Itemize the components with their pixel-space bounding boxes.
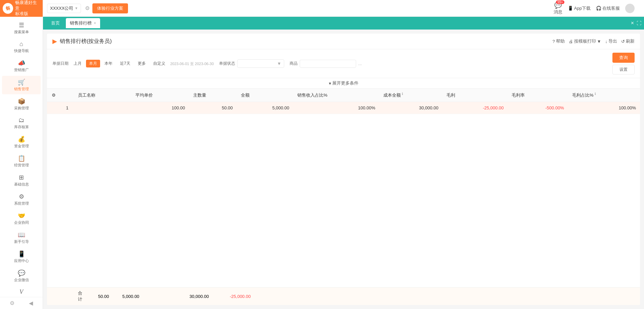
col-qty: 主数量: [189, 89, 237, 102]
table-header-row: ⚙ 员工名称 平均单价 主数量: [47, 89, 640, 102]
footer-qty: 50.00: [78, 294, 118, 299]
period-current-month-btn[interactable]: 本月: [86, 60, 100, 67]
tab-sales-ranking[interactable]: 销售排行榜 ×: [66, 18, 100, 28]
content-card: ▶ 销售排行榜(按业务员) ? 帮助 🖨 按模板打印 ▼ ↓ 导: [47, 34, 640, 305]
member-icon: V: [19, 289, 23, 296]
sidebar-item-member[interactable]: V 畅会员: [2, 286, 41, 297]
sidebar-item-inventory[interactable]: 🗂 库存核算: [2, 114, 41, 132]
refresh-btn[interactable]: ↺ 刷新: [621, 38, 635, 44]
row-settings-cell: [47, 102, 60, 114]
page-header: ▶ 销售排行榜(按业务员) ? 帮助 🖨 按模板打印 ▼ ↓ 导: [47, 34, 640, 49]
row-name-cell: [74, 102, 131, 114]
date-filter-group: 单据日期 上月 本月 本年 近7天 更多 自定义 2023-06-01 至 20…: [52, 60, 214, 67]
user-avatar[interactable]: [625, 4, 635, 13]
expand-more-btn[interactable]: ▾ 展开更多条件: [329, 80, 358, 86]
system-icon: ⚙: [19, 193, 24, 200]
row-rank-cell: 1: [60, 102, 74, 114]
col-avg-price: 平均单价: [131, 89, 189, 102]
table-row: 1 100.00 50.00: [47, 102, 640, 114]
column-settings-icon[interactable]: ⚙: [52, 93, 56, 98]
topbar-right: 💬 99+ 消息 📱 App下载 🎧 在线客服: [554, 2, 640, 15]
period-buttons: 上月 本月 本年 近7天 更多 自定义: [71, 60, 168, 67]
page-title: 销售排行榜(按业务员): [60, 38, 112, 45]
page-actions: ? 帮助 🖨 按模板打印 ▼ ↓ 导出 ↺ 刷新: [552, 38, 635, 44]
row-qty-cell: 50.00: [189, 102, 237, 114]
filter-bar: 单据日期 上月 本月 本年 近7天 更多 自定义 2023-06-01 至 20…: [47, 49, 640, 78]
sidebar: 畅 畅康通好生意 标准版 ☰ 搜索菜单 ⌂ 快捷导航 📣 营销推广 🛒 销售管理…: [0, 0, 43, 309]
goods-more-icon[interactable]: ...: [358, 61, 362, 66]
footer-amount: 5,000.00: [118, 294, 159, 299]
topbar: XXXXX公司 ▼ ⚙ 体验行业方案 💬 99+ 消息 📱 App下载 🎧 在线…: [43, 0, 644, 17]
message-badge: 99+: [556, 0, 564, 4]
tabbar: 首页 销售排行榜 × × ⛶: [43, 17, 644, 30]
window-expand-icon[interactable]: ⛶: [637, 20, 641, 26]
help-icon: ?: [552, 39, 555, 44]
inventory-icon: 🗂: [18, 117, 25, 124]
back-arrow-icon[interactable]: ▶: [52, 38, 57, 45]
status-filter-label: 单据状态: [219, 61, 235, 66]
sidebar-item-system[interactable]: ⚙ 系统管理: [2, 190, 41, 209]
sidebar-item-purchase[interactable]: 📦 采购管理: [2, 95, 41, 113]
col-employee-name: 员工名称: [74, 89, 131, 102]
app-download-btn[interactable]: 📱 App下载: [568, 5, 591, 11]
sidebar-item-quick-nav[interactable]: ⌂ 快捷导航: [2, 38, 41, 56]
tab-close-icon[interactable]: ×: [94, 21, 96, 25]
status-select[interactable]: ▼: [237, 59, 284, 68]
template-print-btn[interactable]: 🖨 按模板打印 ▼: [569, 38, 601, 44]
online-service-btn[interactable]: 🎧 在线客服: [596, 5, 620, 11]
company-dropdown-arrow: ▼: [75, 6, 78, 10]
sidebar-item-sales[interactable]: 🛒 销售管理: [2, 76, 41, 94]
company-selector[interactable]: XXXXX公司 ▼: [47, 4, 81, 13]
main-area: XXXXX公司 ▼ ⚙ 体验行业方案 💬 99+ 消息 📱 App下载 🎧 在线…: [43, 0, 644, 309]
settings-button[interactable]: 设置: [612, 65, 635, 74]
row-amount-cell: 5,000.00: [237, 102, 293, 114]
sidebar-item-wechat[interactable]: 💬 企业微信: [2, 267, 41, 285]
window-close-icon[interactable]: ×: [631, 20, 634, 26]
content-area: ▶ 销售排行榜(按业务员) ? 帮助 🖨 按模板打印 ▼ ↓ 导: [43, 30, 644, 309]
topbar-gear-icon[interactable]: ⚙: [85, 5, 90, 11]
help-btn[interactable]: ? 帮助: [552, 38, 564, 44]
col-sales-pct: 销售收入占比%: [293, 89, 379, 102]
query-button[interactable]: 查询: [612, 53, 635, 63]
row-cost-cell: 30,000.00: [379, 102, 442, 114]
period-last-month-btn[interactable]: 上月: [71, 60, 85, 67]
period-custom-btn[interactable]: 自定义: [150, 60, 168, 67]
period-year-btn[interactable]: 本年: [101, 60, 116, 67]
goods-filter-label: 商品: [290, 61, 298, 66]
row-gross-pct-cell: 100.00%: [568, 102, 640, 114]
period-7days-btn[interactable]: 近7天: [117, 60, 133, 67]
row-sales-pct-cell: 100.00%: [293, 102, 379, 114]
footer-cost: 30,000.00: [185, 294, 226, 299]
template-print-dropdown-icon: ▼: [597, 39, 601, 44]
logo-text: 畅康通好生意 标准版: [15, 0, 40, 17]
collapse-icon[interactable]: ◀: [29, 300, 33, 306]
sidebar-item-finance[interactable]: 💰 资金管理: [2, 133, 41, 151]
sidebar-item-guide[interactable]: 📖 新手引导: [2, 228, 41, 247]
message-btn[interactable]: 💬 99+ 消息: [554, 2, 562, 15]
export-btn[interactable]: ↓ 导出: [605, 38, 617, 44]
period-more-btn[interactable]: 更多: [135, 60, 149, 67]
sidebar-item-app-center[interactable]: 📱 应用中心: [2, 248, 41, 266]
col-settings[interactable]: ⚙: [47, 89, 60, 102]
logo-icon: 畅: [3, 3, 13, 14]
row-gross-cell: -25,000.00: [442, 102, 508, 114]
trial-btn[interactable]: 体验行业方案: [92, 3, 128, 13]
sales-icon: 🛒: [18, 79, 25, 86]
sidebar-item-search[interactable]: ☰ 搜索菜单: [2, 19, 41, 37]
sidebar-item-collab[interactable]: 🤝 企业协同: [2, 209, 41, 228]
footer-label: 合计: [51, 290, 78, 302]
sidebar-item-basic-info[interactable]: ⊞ 基础信息: [2, 171, 41, 190]
query-settings: 查询 设置: [612, 53, 635, 74]
status-filter-group: 单据状态 ▼: [219, 59, 284, 68]
sidebar-item-marketing[interactable]: 📣 营销推广: [2, 57, 41, 75]
col-gross-rate: 毛利率: [508, 89, 568, 102]
goods-input[interactable]: [300, 60, 356, 68]
footer-gross: -25,000.00: [226, 294, 266, 299]
tab-home[interactable]: 首页: [46, 17, 65, 29]
settings-bottom-icon[interactable]: ⚙: [10, 300, 14, 306]
home-icon: ⌂: [19, 41, 23, 48]
table-footer: 合计 50.00 5,000.00 30,000.00 -25,000.00: [47, 287, 640, 305]
col-gross: 毛利: [442, 89, 508, 102]
sidebar-item-operations[interactable]: 📋 经营管理: [2, 152, 41, 170]
print-icon: 🖨: [569, 39, 573, 44]
